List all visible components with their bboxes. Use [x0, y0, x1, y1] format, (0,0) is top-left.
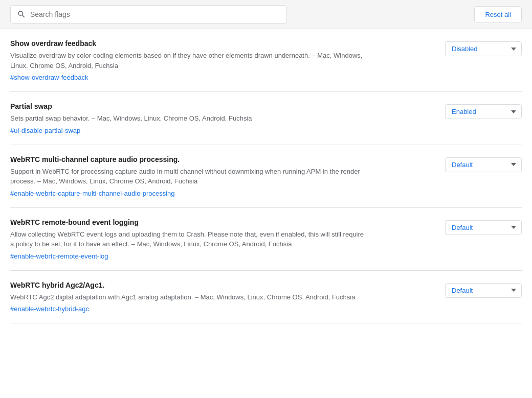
flag-info: WebRTC hybrid Agc2/Agc1.WebRTC Agc2 digi…	[10, 281, 368, 313]
flag-item: WebRTC multi-channel capture audio proce…	[10, 145, 522, 208]
flag-control: DefaultDisabledEnabled	[445, 39, 522, 56]
flag-info: WebRTC multi-channel capture audio proce…	[10, 155, 368, 197]
flag-title: Partial swap	[10, 102, 368, 110]
flag-description: WebRTC Agc2 digital adaptation with Agc1…	[10, 292, 368, 302]
search-icon	[17, 10, 26, 19]
flag-item: Partial swapSets partial swap behavior. …	[10, 92, 522, 145]
flag-select[interactable]: DefaultDisabledEnabled	[445, 41, 522, 56]
flag-link[interactable]: #enable-webrtc-capture-multi-channel-aud…	[10, 190, 175, 197]
flag-title: WebRTC remote-bound event logging	[10, 218, 368, 226]
flag-info: Partial swapSets partial swap behavior. …	[10, 102, 368, 134]
flag-title: Show overdraw feedback	[10, 39, 368, 48]
flag-info: Show overdraw feedbackVisualize overdraw…	[10, 39, 368, 81]
flag-control: DefaultDisabledEnabled	[445, 218, 522, 235]
flag-title: WebRTC hybrid Agc2/Agc1.	[10, 281, 368, 289]
search-input[interactable]	[30, 10, 280, 18]
flag-link[interactable]: #enable-webrtc-remote-event-log	[10, 252, 108, 260]
flag-link[interactable]: #enable-webrtc-hybrid-agc	[10, 305, 89, 313]
flag-title: WebRTC multi-channel capture audio proce…	[10, 155, 368, 163]
flag-item: Show overdraw feedbackVisualize overdraw…	[10, 29, 522, 92]
flag-description: Allow collecting WebRTC event logs and u…	[10, 229, 368, 249]
flag-control: DefaultDisabledEnabled	[445, 155, 522, 172]
flag-link[interactable]: #show-overdraw-feedback	[10, 74, 88, 81]
flag-description: Visualize overdraw by color-coding eleme…	[10, 51, 368, 71]
search-box[interactable]	[10, 5, 286, 24]
flag-select[interactable]: DefaultDisabledEnabled	[445, 157, 522, 172]
flag-description: Support in WebRTC for processing capture…	[10, 167, 368, 186]
flags-list: Show overdraw feedbackVisualize overdraw…	[0, 29, 532, 323]
flag-link[interactable]: #ui-disable-partial-swap	[10, 127, 80, 134]
reset-all-button[interactable]: Reset all	[474, 6, 522, 23]
flag-control: DefaultDisabledEnabled	[445, 281, 522, 298]
flag-item: WebRTC remote-bound event loggingAllow c…	[10, 208, 522, 271]
flag-control: DefaultDisabledEnabled	[445, 102, 522, 119]
flag-select[interactable]: DefaultDisabledEnabled	[445, 283, 522, 298]
flag-description: Sets partial swap behavior. – Mac, Windo…	[10, 113, 368, 124]
flag-select[interactable]: DefaultDisabledEnabled	[445, 104, 522, 119]
flag-item: WebRTC hybrid Agc2/Agc1.WebRTC Agc2 digi…	[10, 271, 522, 324]
flag-info: WebRTC remote-bound event loggingAllow c…	[10, 218, 368, 260]
page-header: Reset all	[0, 0, 532, 29]
flag-select[interactable]: DefaultDisabledEnabled	[445, 220, 522, 235]
